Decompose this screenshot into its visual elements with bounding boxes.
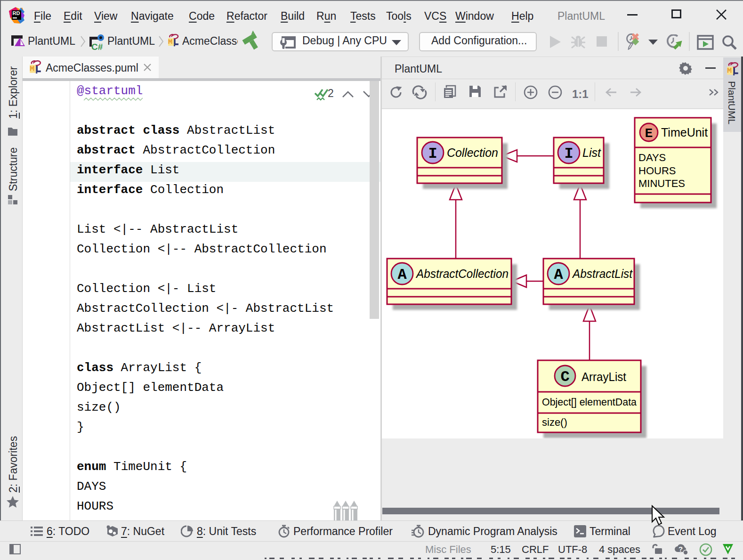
svg-text:TimeUnit: TimeUnit <box>661 126 708 139</box>
svg-text:Collection: Collection <box>447 146 498 159</box>
svg-text:size(): size() <box>542 416 567 428</box>
svg-text:A: A <box>397 266 407 284</box>
svg-text:I: I <box>428 145 437 162</box>
svg-text:C: C <box>560 368 569 386</box>
svg-text:DAYS: DAYS <box>638 152 666 163</box>
svg-text:A: A <box>554 266 563 284</box>
svg-text:Object[] elementData: Object[] elementData <box>542 396 637 408</box>
svg-text:AbstractList: AbstractList <box>572 267 633 280</box>
svg-text:AbstractCollection: AbstractCollection <box>415 267 509 280</box>
svg-text:RD: RD <box>13 10 20 16</box>
svg-text:E: E <box>645 126 653 141</box>
svg-text:I: I <box>564 145 573 162</box>
svg-text:C#: C# <box>91 42 103 52</box>
svg-text:?: ? <box>678 545 683 553</box>
svg-text:ArrayList: ArrayList <box>581 370 626 383</box>
svg-text:MINUTES: MINUTES <box>638 178 685 189</box>
svg-text:HOURS: HOURS <box>638 165 676 177</box>
svg-text:List: List <box>582 146 601 159</box>
